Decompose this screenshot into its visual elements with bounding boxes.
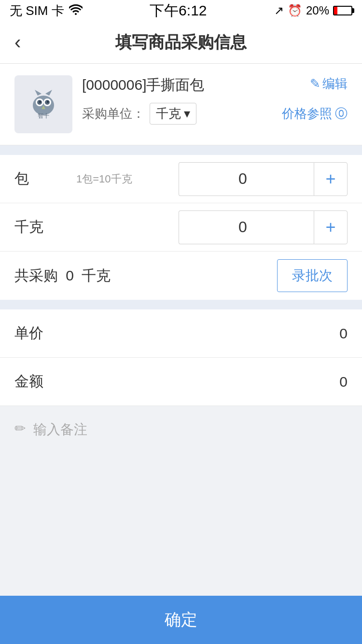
summary-text: 共采购 0 千克 — [14, 266, 111, 286]
amount-row: 金额 0 — [0, 358, 362, 406]
confirm-button[interactable]: 确定 — [0, 596, 362, 644]
unit-selector[interactable]: 采购单位： 千克 ▾ — [82, 103, 196, 125]
amount-label: 金额 — [14, 372, 43, 392]
nav-bar: ‹ 填写商品采购信息 — [0, 21, 362, 64]
total-value: 0 — [66, 267, 74, 283]
unit-price-label: 单价 — [14, 323, 43, 343]
remark-section[interactable]: ✏ 输入备注 — [0, 406, 362, 503]
price-ref-button[interactable]: 价格参照 ⓪ — [282, 105, 348, 122]
kg-quantity-input[interactable] — [179, 210, 314, 244]
bag-input-row: 包 1包=10千克 + — [0, 155, 362, 203]
price-section: 单价 0 金额 0 — [0, 309, 362, 406]
edit-icon: ✎ — [310, 76, 320, 91]
price-ref-label: 价格参照 — [282, 105, 332, 122]
wifi-icon — [69, 3, 83, 18]
unit-price-row: 单价 0 — [0, 309, 362, 358]
amount-value: 0 — [339, 374, 348, 390]
product-image: 智十 — [14, 75, 72, 133]
dropdown-arrow-icon: ▾ — [184, 106, 190, 121]
battery-percent: 20% — [306, 4, 329, 17]
unit-dropdown[interactable]: 千克 ▾ — [150, 103, 196, 125]
bag-sublabel: 1包=10千克 — [76, 172, 132, 186]
svg-point-7 — [47, 101, 49, 103]
kg-plus-button[interactable]: + — [314, 210, 348, 244]
bag-quantity-input[interactable] — [179, 162, 314, 196]
back-button[interactable]: ‹ — [14, 31, 21, 53]
carrier-label: 无 SIM 卡 — [10, 2, 64, 19]
input-section: 包 1包=10千克 + 千克 + — [0, 155, 362, 252]
unit-label: 采购单位： — [82, 105, 145, 122]
bag-plus-button[interactable]: + — [314, 162, 348, 196]
product-logo: 智十 — [24, 85, 63, 124]
svg-point-6 — [39, 101, 41, 103]
section-divider-2 — [0, 300, 362, 309]
batch-button[interactable]: 录批次 — [277, 259, 348, 292]
section-divider-1 — [0, 145, 362, 155]
product-info: [0000006]手撕面包 采购单位： 千克 ▾ 价格参照 ⓪ — [82, 75, 348, 125]
summary-row: 共采购 0 千克 录批次 — [0, 252, 362, 300]
status-left: 无 SIM 卡 — [10, 2, 83, 19]
status-right: ↗ ⏰ 20% — [274, 4, 352, 17]
price-ref-help-icon: ⓪ — [335, 105, 348, 122]
bag-label: 包 — [14, 169, 72, 189]
alarm-icon: ⏰ — [288, 4, 302, 17]
edit-label: 编辑 — [322, 75, 348, 92]
location-icon: ↗ — [274, 4, 284, 17]
total-prefix: 共采购 — [14, 267, 58, 283]
page-title: 填写商品采购信息 — [115, 31, 247, 54]
bag-input-right: + — [179, 162, 348, 196]
product-unit-row: 采购单位： 千克 ▾ 价格参照 ⓪ — [82, 103, 348, 125]
kg-input-row: 千克 + — [0, 203, 362, 252]
edit-button[interactable]: ✎ 编辑 — [310, 75, 348, 92]
kg-input-right: + — [179, 210, 348, 244]
remark-placeholder: 输入备注 — [33, 420, 87, 439]
total-unit: 千克 — [82, 267, 111, 283]
unit-price-value: 0 — [339, 325, 348, 342]
unit-value: 千克 — [156, 105, 181, 122]
status-bar: 无 SIM 卡 下午6:12 ↗ ⏰ 20% — [0, 0, 362, 21]
battery-icon — [333, 6, 352, 15]
kg-label: 千克 — [14, 219, 43, 235]
time-label: 下午6:12 — [150, 1, 207, 21]
product-full-name: [0000006]手撕面包 — [82, 75, 348, 95]
svg-text:智十: 智十 — [38, 112, 49, 119]
product-card: 智十 [0000006]手撕面包 采购单位： 千克 ▾ 价格参照 — [0, 64, 362, 145]
remark-pencil-icon: ✏ — [14, 420, 26, 436]
